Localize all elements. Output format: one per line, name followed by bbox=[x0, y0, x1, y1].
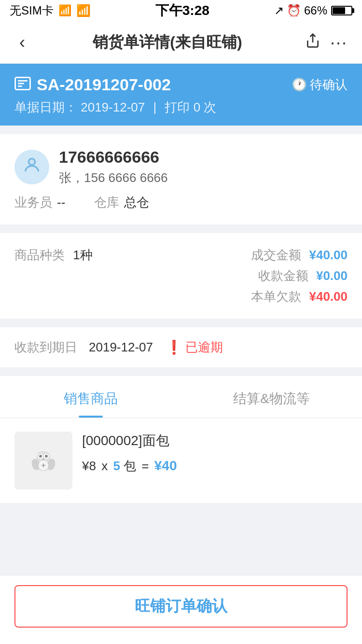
order-number: SA-20191207-002 bbox=[14, 75, 171, 94]
customer-phone: 17666666666 bbox=[59, 148, 348, 167]
tab-sales-products[interactable]: 销售商品 bbox=[0, 376, 181, 418]
product-info: [0000002]面包 ¥8 x 5 包 = ¥40 bbox=[82, 432, 348, 475]
svg-point-11 bbox=[45, 455, 48, 458]
product-thumbnail bbox=[29, 446, 58, 475]
received-amount-row: 收款金额 ¥0.00 bbox=[258, 267, 348, 284]
share-button[interactable] bbox=[305, 33, 320, 52]
location-icon: ↗ bbox=[274, 4, 284, 17]
tab-settlement[interactable]: 结算&物流等 bbox=[181, 376, 362, 418]
amounts-area: 成交金额 ¥40.00 收款金额 ¥0.00 本单欠款 ¥40.00 bbox=[251, 247, 348, 305]
avatar bbox=[14, 150, 49, 184]
received-amount-value: ¥0.00 bbox=[316, 268, 348, 283]
bottom-bar: 旺铺订单确认 bbox=[0, 575, 362, 644]
customer-section: 17666666666 张，156 6666 6666 业务员 -- 仓库 总仓 bbox=[0, 134, 362, 224]
product-name: [0000002]面包 bbox=[82, 432, 348, 450]
svg-point-10 bbox=[39, 455, 42, 458]
deal-amount-value: ¥40.00 bbox=[309, 248, 348, 263]
salesperson-label: 业务员 bbox=[14, 194, 52, 211]
product-item: [0000002]面包 ¥8 x 5 包 = ¥40 bbox=[0, 418, 362, 503]
nav-bar: ‹ 销货单详情(来自旺铺) ··· bbox=[0, 21, 362, 64]
status-bar-left: 无SIM卡 📶 📶 bbox=[10, 3, 91, 18]
battery-icon bbox=[331, 6, 352, 15]
user-icon bbox=[22, 155, 42, 179]
carrier-label: 无SIM卡 bbox=[10, 3, 54, 18]
order-date-row: 单据日期： 2019-12-07 | 打印 0 次 bbox=[14, 99, 348, 116]
customer-name: 张，156 6666 6666 bbox=[59, 169, 348, 186]
customer-info: 17666666666 张，156 6666 6666 bbox=[59, 148, 348, 186]
deal-amount-row: 成交金额 ¥40.00 bbox=[251, 247, 348, 264]
product-price-row: ¥8 x 5 包 = ¥40 bbox=[82, 458, 348, 475]
wifi-icon: 📶 bbox=[58, 4, 71, 17]
warehouse-item: 仓库 总仓 bbox=[94, 194, 149, 211]
svg-point-5 bbox=[28, 158, 35, 165]
due-date-section: 收款到期日 2019-12-07 ❗ 已逾期 bbox=[0, 327, 362, 367]
confirm-order-button[interactable]: 旺铺订单确认 bbox=[14, 585, 348, 628]
status-clock-icon: 🕐 bbox=[292, 77, 307, 92]
order-status: 🕐 待确认 bbox=[292, 76, 348, 93]
overdue-icon: ❗ bbox=[166, 339, 182, 355]
tab-header: 销售商品 结算&物流等 bbox=[0, 376, 362, 418]
order-header: SA-20191207-002 🕐 待确认 单据日期： 2019-12-07 |… bbox=[0, 64, 362, 126]
salesperson-value: -- bbox=[57, 195, 65, 210]
product-image bbox=[14, 432, 72, 490]
due-amount-row: 本单欠款 ¥40.00 bbox=[251, 288, 348, 305]
status-bar: 无SIM卡 📶 📶 下午3:28 ↗ ⏰ 66% bbox=[0, 0, 362, 21]
warehouse-value: 总仓 bbox=[124, 194, 149, 211]
salesperson-item: 业务员 -- bbox=[14, 194, 65, 211]
overdue-badge: ❗ 已逾期 bbox=[166, 339, 223, 356]
nav-actions: ··· bbox=[305, 32, 348, 53]
product-type-area: 商品种类 1种 bbox=[14, 247, 93, 264]
order-icon bbox=[14, 75, 31, 94]
summary-section: 商品种类 1种 成交金额 ¥40.00 收款金额 ¥0.00 本单欠款 ¥40.… bbox=[0, 233, 362, 319]
warehouse-label: 仓库 bbox=[94, 194, 119, 211]
battery-label: 66% bbox=[304, 4, 327, 17]
alarm-icon: ⏰ bbox=[287, 4, 301, 17]
status-bar-right: ↗ ⏰ 66% bbox=[274, 4, 352, 17]
page-title: 销货单详情(来自旺铺) bbox=[30, 32, 305, 53]
status-bar-time: 下午3:28 bbox=[155, 1, 209, 20]
wifi-label: 📶 bbox=[76, 4, 91, 17]
customer-meta: 业务员 -- 仓库 总仓 bbox=[14, 194, 348, 211]
tab-section: 销售商品 结算&物流等 bbox=[0, 376, 362, 503]
due-amount-value: ¥40.00 bbox=[309, 289, 348, 304]
back-button[interactable]: ‹ bbox=[14, 28, 30, 57]
more-button[interactable]: ··· bbox=[330, 32, 348, 53]
